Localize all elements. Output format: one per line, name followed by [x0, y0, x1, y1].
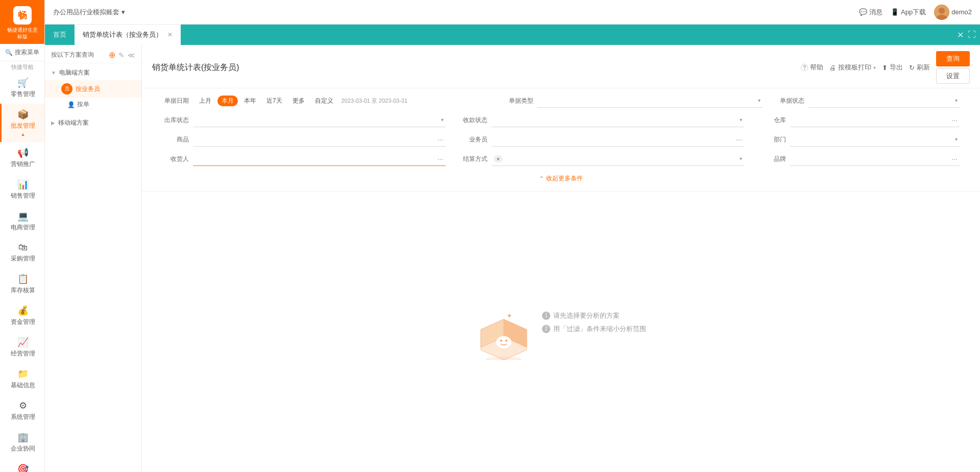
- sales-icon: 📊: [17, 179, 29, 190]
- dept-filter[interactable]: ▾: [790, 132, 960, 147]
- sidebar-item-finance[interactable]: 💰 资金管理: [0, 300, 44, 332]
- add-scheme-button[interactable]: ⊕: [109, 50, 115, 60]
- main-area: 办公用品行业模拟账套 ▾ 💬 消息 📱 App下载: [45, 0, 980, 472]
- svg-text:✦: ✦: [506, 312, 512, 320]
- app-download-button[interactable]: 📱 App下载: [891, 8, 926, 17]
- left-panel-title: 按以下方案查询: [51, 51, 94, 59]
- sidebar-item-base[interactable]: 📁 基础信息: [0, 363, 44, 395]
- tab-close-all-button[interactable]: ✕: [957, 30, 964, 40]
- payment-value: ×: [494, 155, 740, 162]
- date-last-7[interactable]: 近7天: [262, 96, 286, 106]
- refresh-label: 刷新: [917, 63, 930, 72]
- doc-status-filter[interactable]: ▾: [808, 93, 960, 108]
- marketing-icon: 📢: [17, 147, 29, 158]
- sidebar-item-sales-label: 销售管理: [11, 192, 35, 200]
- quick-nav[interactable]: 快捷导航: [0, 61, 44, 72]
- chevron-down-icon: ▼: [51, 70, 56, 76]
- export-label: 导出: [890, 63, 903, 72]
- search-menu[interactable]: 🔍 搜索菜单: [0, 44, 44, 61]
- sidebar-item-sales[interactable]: 📊 销售管理: [0, 174, 44, 205]
- empty-hints: 1 请先选择要分析的方案 2 用「过滤」条件来缩小分析范围: [542, 309, 646, 336]
- warehouse-ellipsis-icon: ···: [951, 116, 958, 124]
- date-bar: 上月 本月 本年 近7天 更多 自定义 2023-03-01 至 2023-03…: [195, 96, 489, 106]
- purchase-icon: 🛍: [18, 242, 28, 253]
- tab-sales-stat[interactable]: 销货单统计表（按业务员） ✕: [75, 25, 181, 45]
- sidebar-item-ecommerce[interactable]: 💻 电商管理: [0, 205, 44, 237]
- scheme-subitem-by-order[interactable]: 👤 按单: [45, 98, 141, 111]
- filter-row-2: 出库状态 ▾ 收款状态 ▾ 仓库 ···: [152, 113, 970, 127]
- workspace-dropdown-icon: ▾: [121, 8, 125, 16]
- doc-type-filter[interactable]: ▾: [537, 93, 763, 108]
- sidebar-item-newbie[interactable]: 🎯 新手引导: [0, 458, 44, 472]
- sidebar-item-enterprise[interactable]: 🏢 企业协同: [0, 427, 44, 458]
- sidebar-item-marketing-label: 营销推广: [11, 160, 35, 169]
- warehouse-filter[interactable]: ···: [790, 113, 960, 127]
- out-status-dropdown-icon: ▾: [441, 117, 444, 123]
- sidebar-item-wholesale-label: 批发管理: [11, 122, 35, 130]
- filter-area: 单据日期 上月 本月 本年 近7天 更多 自定义 2023-03-01 至 20…: [142, 88, 980, 192]
- payment-label: 结算方式: [456, 155, 492, 163]
- goods-filter[interactable]: ···: [193, 132, 446, 147]
- payment-filter[interactable]: × ▾: [492, 152, 744, 166]
- sidebar-item-inventory[interactable]: 📋 库存核算: [0, 268, 44, 300]
- receipt-status-label: 收款状态: [456, 116, 492, 125]
- receipt-status-filter[interactable]: ▾: [492, 113, 744, 127]
- salesperson-filter[interactable]: ···: [492, 132, 744, 147]
- export-button[interactable]: ⬆ 导出: [882, 63, 903, 72]
- scheme-group-mobile-header[interactable]: ▶ 移动端方案: [45, 115, 141, 130]
- payment-tag: ×: [494, 155, 503, 162]
- search-menu-label: 搜索菜单: [15, 48, 39, 57]
- topbar-right: 💬 消息 📱 App下载 demo2: [859, 5, 972, 20]
- sidebar-item-marketing[interactable]: 📢 营销推广: [0, 142, 44, 174]
- date-this-year[interactable]: 本年: [240, 96, 260, 106]
- payment-tag-close[interactable]: ×: [497, 156, 500, 162]
- scheme-group-desktop-header[interactable]: ▼ 电脑端方案: [45, 65, 141, 80]
- message-button[interactable]: 💬 消息: [859, 8, 883, 17]
- filter-collapse-button[interactable]: ⌃ 收起更多条件: [152, 171, 970, 186]
- scheme-item-by-salesperson[interactable]: 员 按业务员: [45, 80, 141, 98]
- help-button[interactable]: ? 帮助: [801, 63, 823, 72]
- svg-point-10: [505, 340, 507, 342]
- query-button[interactable]: 查询: [936, 51, 970, 66]
- filter-row-4: 收货人 ··· 结算方式 × ▾ 品牌: [152, 152, 970, 166]
- receiver-filter[interactable]: ···: [193, 152, 446, 166]
- refresh-button[interactable]: ↻ 刷新: [909, 63, 930, 72]
- system-icon: ⚙: [19, 400, 27, 411]
- sidebar-item-retail[interactable]: 🛒 零售管理: [0, 72, 44, 104]
- brand-filter[interactable]: ···: [790, 152, 960, 166]
- tab-home[interactable]: 首页: [45, 25, 75, 45]
- sidebar-item-system[interactable]: ⚙ 系统管理: [0, 395, 44, 427]
- tab-expand-button[interactable]: ⛶: [968, 30, 976, 39]
- refresh-icon: ↻: [909, 64, 915, 72]
- doc-type-dropdown-icon: ▾: [758, 98, 761, 103]
- setting-button[interactable]: 设置: [936, 68, 970, 84]
- left-panel-header-actions: ⊕ ✎ ≪: [109, 50, 135, 60]
- date-more[interactable]: 更多: [288, 96, 309, 106]
- workspace-selector[interactable]: 办公用品行业模拟账套 ▾: [53, 8, 125, 17]
- collapse-panel-button[interactable]: ≪: [128, 51, 135, 59]
- base-icon: 📁: [17, 368, 29, 380]
- hint-1-num: 1: [542, 312, 550, 320]
- goods-label: 商品: [152, 135, 193, 144]
- data-area: ✦ 1 请先选择要分析的方案: [142, 192, 980, 472]
- hint-1-text: 请先选择要分析的方案: [553, 309, 620, 322]
- sidebar-item-enterprise-label: 企业协同: [11, 444, 35, 453]
- tab-close-icon[interactable]: ✕: [167, 31, 173, 38]
- sidebar-item-wholesale[interactable]: 📦 批发管理 ▲: [0, 104, 44, 142]
- hint-item-1: 1 请先选择要分析的方案: [542, 309, 646, 322]
- sidebar-item-operations[interactable]: 📈 经营管理: [0, 332, 44, 363]
- dept-dropdown-icon: ▾: [955, 136, 958, 142]
- tab-sales-stat-label: 销货单统计表（按业务员）: [83, 30, 162, 39]
- print-button[interactable]: 🖨 按模板打印 ▾: [829, 63, 876, 72]
- date-this-month[interactable]: 本月: [217, 96, 238, 106]
- edit-scheme-button[interactable]: ✎: [118, 51, 125, 59]
- collapse-arrow-icon: ⌃: [539, 175, 544, 182]
- date-last-month[interactable]: 上月: [195, 96, 215, 106]
- out-status-filter[interactable]: ▾: [193, 113, 446, 127]
- date-custom[interactable]: 自定义: [311, 96, 337, 106]
- brand-label: 品牌: [754, 155, 790, 163]
- app-download-label: App下载: [901, 8, 926, 17]
- user-menu[interactable]: demo2: [934, 5, 972, 20]
- sidebar-item-finance-label: 资金管理: [11, 318, 35, 326]
- sidebar-item-purchase[interactable]: 🛍 采购管理: [0, 237, 44, 268]
